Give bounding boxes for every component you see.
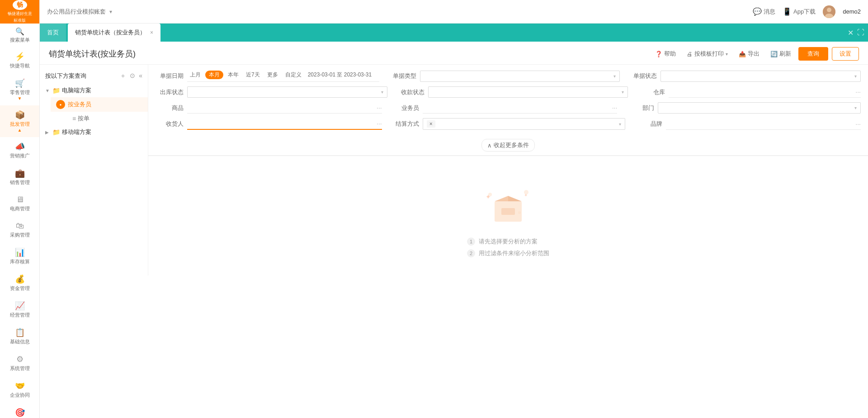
refresh-label: 刷新: [779, 50, 791, 58]
dept-control: ▾: [658, 102, 861, 114]
page-content: 销货单统计表(按业务员) ❓ 帮助 🖨 按模板打印 ▾ 📤 导出: [40, 42, 868, 418]
sidebar-item-purchase[interactable]: 🛍 采购管理: [0, 217, 40, 243]
refresh-icon: 🔄: [770, 51, 778, 57]
out-status-label: 出库状态: [156, 88, 187, 96]
salesman-control: ···: [423, 102, 618, 114]
refresh-btn[interactable]: 🔄 刷新: [767, 48, 795, 60]
tree-item-mobile[interactable]: ▶ 📁 移动端方案: [40, 125, 148, 139]
salesman-label: 业务员: [391, 104, 423, 112]
help-btn[interactable]: ❓ 帮助: [651, 48, 679, 60]
panel-refresh-icon[interactable]: ⊙: [130, 72, 135, 80]
sidebar-item-ecom[interactable]: 🖥 电商管理: [0, 190, 40, 217]
logo[interactable]: 畅 畅捷通好生意 标准版: [0, 0, 40, 24]
tab-home-label: 首页: [47, 28, 59, 37]
empty-hints: 1 请先选择要分析的方案 2 用过滤条件来缩小分析范围: [467, 238, 549, 257]
app-download-btn[interactable]: 📱 App下载: [783, 7, 816, 16]
ecom-icon: 🖥: [16, 195, 24, 204]
tree-item-desktop[interactable]: ▼ 📁 电脑端方案: [40, 84, 148, 97]
export-icon: 📤: [739, 51, 746, 57]
settlement-tag-close[interactable]: ×: [429, 121, 433, 127]
sidebar-item-purchase-label: 采购管理: [10, 232, 30, 238]
main-area: 办公用品行业模拟账套 ▾ 💬 消息 📱 App下载 demo2: [40, 0, 868, 418]
print-btn[interactable]: 🖨 按模板打印 ▾: [683, 48, 731, 60]
header-dropdown-icon[interactable]: ▾: [109, 9, 112, 15]
empty-hint-1: 1 请先选择要分析的方案: [467, 238, 549, 246]
sidebar-item-operation[interactable]: 📈 经营管理: [0, 296, 40, 323]
date-btn-year[interactable]: 本年: [225, 70, 241, 80]
warehouse-input[interactable]: [669, 89, 855, 95]
tree-desktop-children: ● 按业务员 ≡ 按单: [40, 97, 148, 125]
brand-label: 品牌: [634, 120, 666, 128]
sidebar-item-newbie[interactable]: 🎯 新手引导: [0, 403, 40, 418]
tree-child-order[interactable]: ≡ 按单: [51, 112, 148, 125]
message-btn[interactable]: 💬 消息: [753, 7, 775, 16]
svg-point-1: [827, 8, 831, 12]
doc-type-arrow: ▾: [613, 74, 616, 79]
brand-input[interactable]: [666, 120, 855, 127]
recipient-input[interactable]: [187, 120, 377, 127]
empty-illustration: ✦ ✦: [481, 183, 535, 228]
top-header: 办公用品行业模拟账套 ▾ 💬 消息 📱 App下载 demo2: [40, 0, 868, 24]
salesman-input[interactable]: [423, 104, 612, 111]
settlement-arrow: ▾: [619, 122, 621, 127]
sidebar-item-retail[interactable]: 🛒 零售管理 ▼: [0, 74, 40, 105]
doc-status-input[interactable]: [665, 73, 848, 80]
tab-fullscreen-btn[interactable]: ⛶: [857, 28, 864, 37]
tab-home[interactable]: 首页: [40, 24, 66, 42]
print-label: 按模板打印: [694, 50, 724, 58]
goods-label: 商品: [156, 104, 187, 112]
tab-close-all-btn[interactable]: ✕: [848, 28, 854, 37]
out-status-input[interactable]: [191, 89, 374, 95]
tab-close-icon[interactable]: ×: [150, 29, 153, 36]
wholesale-arrow: ▲: [18, 128, 22, 133]
user-name: demo2: [843, 8, 861, 15]
date-btn-7days[interactable]: 近7天: [243, 70, 263, 80]
print-dropdown-arrow: ▾: [726, 52, 728, 57]
date-btn-custom[interactable]: 自定义: [283, 70, 304, 80]
tab-sales-stat[interactable]: 销货单统计表（按业务员） ×: [68, 24, 160, 42]
avatar[interactable]: [823, 5, 835, 18]
app-download-label: App下载: [793, 8, 816, 16]
tab-sales-stat-label: 销货单统计表（按业务员）: [75, 28, 146, 37]
date-btn-current[interactable]: 本月: [205, 71, 223, 79]
export-btn[interactable]: 📤 导出: [735, 48, 763, 60]
panel-add-icon[interactable]: ＋: [120, 72, 126, 80]
sidebar-item-finance[interactable]: 💰 资金管理: [0, 270, 40, 296]
message-label: 消息: [764, 8, 775, 16]
tree-child-salesman[interactable]: ● 按业务员: [51, 97, 148, 112]
panel-collapse-icon[interactable]: «: [139, 72, 142, 80]
sidebar-item-inventory[interactable]: 📊 库存核算: [0, 243, 40, 270]
search-icon: 🔍: [15, 27, 24, 36]
salesman-dots[interactable]: ···: [612, 104, 618, 111]
sidebar-item-search[interactable]: 🔍 搜索菜单: [0, 24, 40, 47]
svg-marker-4: [495, 196, 508, 201]
operation-icon: 📈: [15, 301, 25, 311]
receipt-status-input[interactable]: [432, 89, 615, 95]
doc-type-input[interactable]: [424, 73, 607, 80]
dept-input[interactable]: [662, 104, 848, 111]
sidebar-item-basic-label: 基础信息: [10, 338, 30, 345]
sidebar-item-corp[interactable]: 🤝 企业协同: [0, 376, 40, 403]
sidebar-item-sales[interactable]: 💼 销售管理: [0, 164, 40, 190]
logo-icon: 畅: [13, 0, 27, 10]
settings-button[interactable]: 设置: [832, 47, 859, 61]
recipient-dots[interactable]: ···: [377, 120, 382, 127]
sidebar-item-system[interactable]: ⚙ 系统管理: [0, 350, 40, 376]
recipient-control: ···: [187, 118, 382, 130]
date-btn-prev[interactable]: 上月: [187, 70, 203, 80]
query-button[interactable]: 查询: [798, 47, 828, 61]
sidebar: 畅 畅捷通好生意 标准版 🔍 搜索菜单 ⚡ 快捷导航 🛒 零售管理 ▼ 📦 批发…: [0, 0, 40, 418]
date-btn-more[interactable]: 更多: [264, 70, 281, 80]
warehouse-dots[interactable]: ···: [855, 88, 861, 95]
sidebar-item-basic[interactable]: 📋 基础信息: [0, 323, 40, 350]
goods-input[interactable]: [187, 104, 377, 111]
sidebar-item-shortcut[interactable]: ⚡ 快捷导航: [0, 47, 40, 74]
left-panel: 按以下方案查询 ＋ ⊙ « ▼ 📁 电脑端方案: [40, 65, 148, 276]
sidebar-item-system-label: 系统管理: [10, 365, 30, 372]
page-inner: 销货单统计表(按业务员) ❓ 帮助 🖨 按模板打印 ▾ 📤 导出: [40, 42, 868, 418]
sidebar-item-marketing[interactable]: 📣 营销推广: [0, 137, 40, 164]
goods-dots[interactable]: ···: [377, 104, 382, 111]
collapse-button[interactable]: ∧ 收起更多条件: [481, 139, 535, 152]
brand-dots[interactable]: ···: [855, 120, 861, 128]
sidebar-item-wholesale[interactable]: 📦 批发管理 ▲: [0, 105, 40, 137]
